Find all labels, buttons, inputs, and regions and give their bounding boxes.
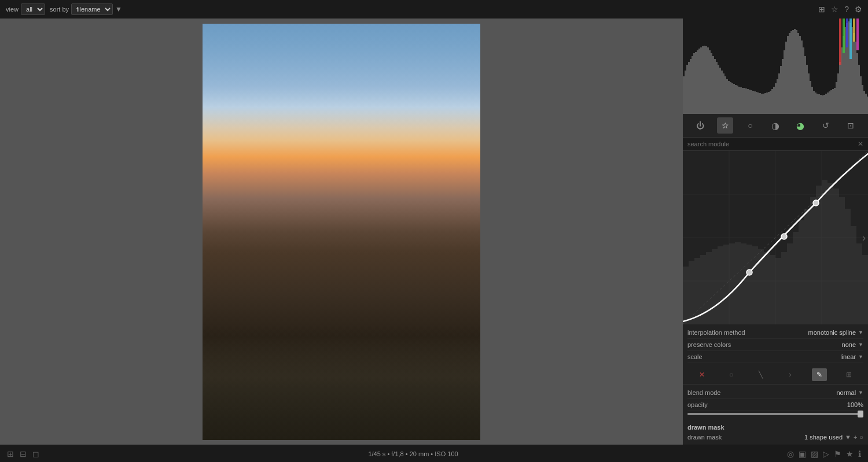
curve-scroll-arrow[interactable]: › (862, 232, 866, 244)
preserve-colors-value[interactable]: none ▼ (842, 341, 863, 348)
opacity-slider[interactable] (687, 413, 863, 415)
chat-bottom-icon[interactable]: ◻ (32, 449, 39, 459)
drawn-mask-label: drawn mask (687, 434, 722, 441)
bottom-left: ⊞ ⊟ ◻ (7, 449, 39, 459)
svg-rect-109 (843, 19, 845, 53)
blend-forward-icon[interactable]: › (782, 368, 797, 381)
sortby-dropdown[interactable]: filename (71, 3, 113, 15)
svg-rect-12 (702, 46, 704, 114)
histogram (683, 19, 868, 114)
blend-circle-icon[interactable]: ○ (724, 368, 739, 381)
interpolation-value[interactable]: monotonic spline ▼ (808, 329, 863, 336)
svg-rect-110 (846, 19, 848, 47)
svg-rect-130 (729, 243, 735, 324)
location-icon[interactable]: ◎ (787, 449, 794, 459)
power-icon[interactable]: ⏻ (692, 117, 708, 134)
svg-rect-144 (810, 197, 816, 324)
svg-rect-46 (761, 94, 763, 114)
svg-rect-82 (823, 95, 825, 114)
opacity-thumb[interactable] (858, 411, 863, 417)
svg-rect-142 (799, 220, 804, 324)
svg-rect-28 (730, 82, 731, 114)
help-icon[interactable]: ? (844, 5, 849, 14)
export-module-icon[interactable]: ⊡ (843, 117, 859, 134)
svg-rect-111 (849, 19, 852, 59)
svg-rect-56 (778, 73, 780, 114)
svg-rect-57 (780, 66, 782, 114)
image-area (0, 19, 683, 445)
svg-rect-14 (705, 46, 707, 114)
top-bar-right: ⊞ ☆ ? ⚙ (818, 5, 862, 14)
scale-value[interactable]: linear ▼ (840, 353, 863, 360)
search-input[interactable] (687, 141, 858, 147)
blend-x-icon[interactable]: ✕ (694, 368, 709, 381)
opacity-row: opacity 100% (687, 399, 863, 411)
star-module-icon[interactable]: ☆ (717, 117, 733, 134)
halfcircle-module-icon[interactable]: ◑ (767, 117, 784, 134)
svg-rect-152 (856, 243, 862, 324)
search-close-icon[interactable]: ✕ (858, 140, 863, 148)
view-group: view all (6, 3, 45, 15)
svg-rect-16 (709, 50, 711, 114)
flag-icon[interactable]: ⚑ (834, 449, 841, 459)
blend-expand-icon[interactable]: ⊞ (841, 368, 856, 381)
monitor-icon[interactable]: ▨ (811, 449, 818, 459)
main-area: ⏻ ☆ ○ ◑ ◕ ↺ ⊡ ✕ (0, 19, 868, 445)
tone-curve-canvas[interactable]: › (683, 151, 868, 324)
scale-label: scale (687, 353, 703, 360)
star-bottom-icon[interactable]: ★ (846, 449, 854, 459)
svg-rect-47 (763, 94, 764, 114)
svg-rect-31 (735, 85, 737, 114)
svg-rect-140 (787, 243, 793, 324)
svg-rect-75 (811, 87, 813, 114)
blend-pencil-active-icon[interactable]: ✎ (812, 368, 827, 381)
view-dropdown[interactable]: all (21, 3, 45, 15)
svg-rect-2 (685, 71, 686, 114)
photo (203, 24, 480, 440)
svg-point-154[interactable] (746, 269, 752, 275)
view-label: view (6, 6, 19, 13)
svg-rect-148 (833, 189, 839, 324)
svg-rect-104 (862, 85, 863, 114)
svg-rect-129 (723, 245, 729, 324)
drawn-mask-add-icon[interactable]: + (854, 434, 857, 441)
settings-icon[interactable]: ⚙ (855, 5, 862, 14)
svg-rect-69 (801, 40, 803, 114)
svg-rect-79 (818, 94, 820, 114)
grid-bottom-icon[interactable]: ⊞ (7, 449, 14, 459)
svg-rect-103 (860, 76, 862, 114)
grid-icon[interactable]: ⊞ (818, 5, 825, 14)
right-panel: ⏻ ☆ ○ ◑ ◕ ↺ ⊡ ✕ (683, 19, 868, 445)
info-icon[interactable]: ℹ (858, 449, 861, 459)
star-icon[interactable]: ☆ (831, 5, 838, 14)
svg-rect-43 (756, 92, 757, 114)
svg-rect-44 (757, 93, 759, 114)
svg-point-155[interactable] (813, 200, 819, 206)
svg-rect-18 (712, 56, 714, 114)
blend-mode-value[interactable]: normal ▼ (836, 389, 863, 396)
drawn-mask-circle-icon[interactable]: ○ (859, 434, 863, 441)
circle-module-icon[interactable]: ○ (742, 117, 759, 134)
svg-rect-153 (862, 255, 868, 324)
svg-rect-45 (759, 93, 761, 114)
svg-rect-35 (742, 88, 744, 114)
play-icon[interactable]: ▷ (823, 449, 829, 459)
svg-point-156[interactable] (781, 234, 787, 239)
drawn-mask-dropdown-arrow[interactable]: ▼ (845, 434, 851, 441)
svg-rect-13 (704, 46, 705, 114)
palette-icon[interactable]: ▣ (799, 449, 806, 459)
svg-rect-59 (784, 50, 785, 114)
svg-rect-54 (775, 83, 777, 114)
curve-settings: interpolation method monotonic spline ▼ … (683, 324, 868, 365)
svg-rect-105 (863, 91, 865, 114)
svg-rect-11 (700, 47, 702, 114)
svg-rect-22 (719, 68, 721, 114)
svg-rect-81 (822, 95, 823, 114)
sliders-bottom-icon[interactable]: ⊟ (20, 449, 27, 459)
svg-rect-48 (764, 93, 766, 114)
rotate-module-icon[interactable]: ↺ (818, 117, 834, 134)
bottom-bar: ⊞ ⊟ ◻ 1/45 s • f/1,8 • 20 mm • ISO 100 ◎… (0, 445, 868, 462)
blend-brush-icon[interactable]: ╲ (753, 368, 768, 381)
svg-rect-137 (770, 255, 775, 324)
color-module-icon[interactable]: ◕ (792, 117, 808, 134)
